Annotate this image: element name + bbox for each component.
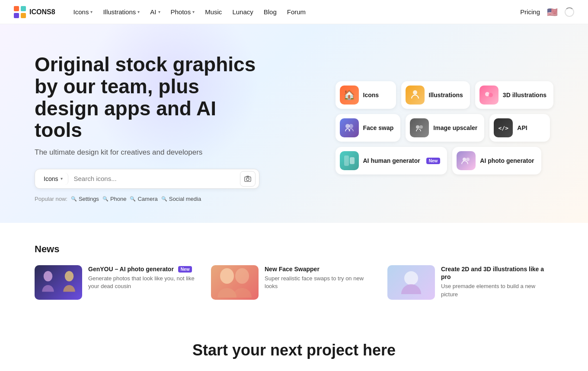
news-title-genyou: GenYOU – AI photo generator [88, 265, 174, 273]
svg-point-17 [43, 271, 52, 281]
chevron-down-icon: ▾ [137, 10, 140, 14]
news-card-genyou[interactable]: GenYOU – AI photo generator New Generate… [35, 265, 201, 300]
news-section-title: News [35, 244, 553, 255]
hero-title: Original stock graphics by our team, plu… [35, 54, 268, 141]
svg-rect-1 [21, 6, 26, 11]
navbar: ICONS8 Icons ▾ Illustrations ▾ AI ▾ Phot… [0, 0, 588, 24]
card-3d-label: 3D illustrations [503, 92, 546, 98]
language-flag-icon[interactable]: 🇺🇸 [547, 7, 558, 17]
card-api-thumb: </> [494, 118, 513, 137]
search-category-label: Icons [44, 175, 58, 182]
nav-item-music[interactable]: Music [201, 6, 226, 18]
card-imageupscaler[interactable]: Image upscaler [406, 114, 484, 142]
svg-point-8 [489, 93, 493, 97]
loading-spinner [565, 7, 574, 17]
svg-rect-3 [21, 13, 26, 18]
news-content-genyou: GenYOU – AI photo generator New Generate… [88, 265, 201, 300]
cards-row-2: Face swap Image upscaler </> API [336, 114, 554, 142]
logo[interactable]: ICONS8 [14, 6, 55, 18]
popular-tag-phone[interactable]: 🔍 Phone [102, 196, 127, 202]
card-icons[interactable]: 🏠 Icons [336, 81, 396, 109]
logo-text: ICONS8 [29, 8, 55, 16]
news-thumb-illustrations [387, 265, 435, 300]
svg-point-10 [349, 124, 353, 128]
nav-item-forum[interactable]: Forum [283, 6, 310, 18]
chevron-down-icon: ▾ [158, 10, 160, 14]
card-faceswap-thumb [340, 118, 359, 137]
card-illustrations[interactable]: Illustrations [401, 81, 470, 109]
nav-item-lunacy[interactable]: Lunacy [228, 6, 257, 18]
card-api-label: API [517, 124, 527, 131]
news-thumb-genyou [35, 265, 82, 300]
new-badge: New [426, 158, 441, 164]
nav-item-icons[interactable]: Icons ▾ [69, 6, 97, 18]
nav-item-blog[interactable]: Blog [259, 6, 281, 18]
svg-point-11 [416, 125, 419, 129]
popular-tag-socialmedia[interactable]: 🔍 Social media [161, 196, 201, 202]
news-section: News GenYOU – AI photo generator [0, 223, 588, 320]
svg-point-20 [235, 268, 249, 284]
card-3d[interactable]: 3D illustrations [475, 81, 553, 109]
chevron-down-icon: ▾ [90, 10, 93, 14]
nav-left: ICONS8 Icons ▾ Illustrations ▾ AI ▾ Phot… [14, 6, 310, 18]
news-title-illustrations: Create 2D and 3D illustrations like a pr… [441, 265, 553, 281]
bottom-title: Start your next project here [35, 341, 553, 359]
chevron-down-icon: ▾ [192, 10, 195, 14]
svg-rect-13 [344, 155, 349, 166]
news-thumb-faceswapper [211, 265, 259, 300]
nav-items: Icons ▾ Illustrations ▾ AI ▾ Photos ▾ Mu… [69, 6, 310, 18]
card-human-label: AI human generator [363, 157, 420, 164]
logo-icon [14, 6, 26, 18]
chevron-down-icon: ▾ [61, 176, 63, 181]
search-icon: 🔍 [71, 196, 77, 202]
news-card-faceswapper[interactable]: New Face Swapper Super realistic face sw… [211, 265, 377, 300]
card-faceswap[interactable]: Face swap [336, 114, 401, 142]
news-content-faceswapper: New Face Swapper Super realistic face sw… [265, 265, 377, 300]
popular-now-label: Popular now: [35, 196, 67, 202]
card-faceswap-label: Face swap [363, 124, 394, 131]
svg-rect-0 [14, 6, 19, 11]
svg-rect-14 [350, 157, 355, 164]
cards-row-3: AI human generator New AI photo generato… [336, 147, 554, 174]
pricing-link[interactable]: Pricing [520, 8, 540, 16]
popular-now: Popular now: 🔍 Settings 🔍 Phone 🔍 Camera… [35, 196, 268, 202]
card-photo[interactable]: AI photo generator [452, 147, 541, 174]
card-api[interactable]: </> API [489, 114, 550, 142]
card-human[interactable]: AI human generator New [336, 147, 447, 174]
bottom-section: Start your next project here ⬡ Icons T F… [0, 320, 588, 371]
svg-rect-2 [14, 13, 19, 18]
news-desc-faceswapper: Super realistic face swaps to try on new… [265, 275, 377, 290]
news-title-faceswapper: New Face Swapper [265, 265, 377, 273]
card-3d-thumb [479, 86, 499, 105]
search-by-image-button[interactable] [240, 171, 256, 187]
search-category-selector[interactable]: Icons ▾ [40, 173, 68, 185]
svg-point-21 [404, 271, 418, 285]
search-icon: 🔍 [130, 196, 136, 202]
popular-tag-camera[interactable]: 🔍 Camera [130, 196, 157, 202]
nav-item-photos[interactable]: Photos ▾ [166, 6, 199, 18]
popular-tag-settings[interactable]: 🔍 Settings [71, 196, 99, 202]
news-desc-genyou: Generate photos that look like you, not … [88, 275, 201, 290]
search-bar: Icons ▾ [35, 169, 259, 189]
search-icon: 🔍 [161, 196, 167, 202]
camera-icon [244, 175, 252, 183]
nav-right: Pricing 🇺🇸 [520, 7, 574, 17]
news-card-illustrations[interactable]: Create 2D and 3D illustrations like a pr… [387, 265, 553, 300]
cards-row-1: 🏠 Icons Illustrations [336, 81, 554, 109]
card-photo-thumb [457, 151, 476, 170]
svg-point-15 [463, 158, 466, 161]
nav-item-illustrations[interactable]: Illustrations ▾ [99, 6, 144, 18]
svg-point-12 [419, 125, 423, 129]
product-cards: 🏠 Icons Illustrations [336, 81, 554, 174]
svg-point-5 [246, 178, 249, 180]
svg-point-18 [64, 271, 74, 281]
news-content-illustrations: Create 2D and 3D illustrations like a pr… [441, 265, 553, 300]
card-human-thumb [340, 151, 359, 170]
nav-item-ai[interactable]: AI ▾ [146, 6, 164, 18]
hero-section: Original stock graphics by our team, plu… [0, 24, 588, 223]
search-input[interactable] [72, 171, 236, 186]
card-imageupscaler-thumb [410, 118, 429, 137]
card-icons-label: Icons [363, 92, 379, 98]
svg-point-16 [466, 158, 470, 161]
card-photo-label: AI photo generator [480, 157, 534, 164]
